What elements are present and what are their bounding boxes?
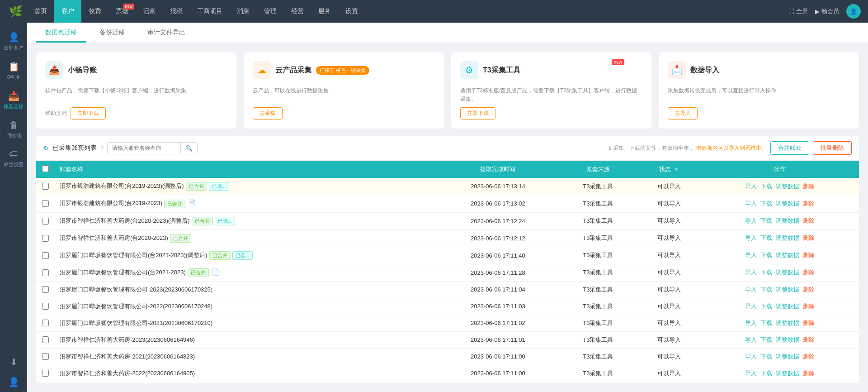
action-删除[interactable]: 删除 (803, 353, 815, 360)
nav-item-tax[interactable]: 报税 (163, 0, 190, 23)
action-调整数据[interactable]: 调整数据 (776, 183, 799, 190)
action-下载[interactable]: 下载 (760, 320, 772, 326)
action-下载[interactable]: 下载 (760, 286, 772, 293)
row-checkbox[interactable] (42, 286, 49, 293)
action-导入[interactable]: 导入 (745, 200, 757, 207)
help-doc-link[interactable]: 帮助文档 (45, 110, 67, 117)
action-导入[interactable]: 导入 (745, 252, 757, 258)
action-下载[interactable]: 下载 (760, 234, 772, 241)
row-checkbox[interactable] (42, 218, 49, 225)
action-导入[interactable]: 导入 (745, 183, 757, 190)
sidebar-item-download[interactable]: ⬇ (6, 352, 21, 372)
row-checkbox[interactable] (42, 252, 49, 259)
action-导入[interactable]: 导入 (745, 303, 757, 310)
sidebar-item-recycle[interactable]: 🗑 回收站 (0, 115, 27, 143)
action-删除[interactable]: 删除 (803, 252, 815, 258)
action-导入[interactable]: 导入 (745, 269, 757, 276)
nav-item-settings[interactable]: 设置 (338, 0, 365, 23)
search-button[interactable]: 🔍 (180, 143, 197, 154)
action-调整数据[interactable]: 调整数据 (776, 200, 799, 207)
action-下载[interactable]: 下载 (760, 252, 772, 258)
action-导入[interactable]: 导入 (745, 336, 757, 343)
nav-item-home[interactable]: 首页 (27, 0, 54, 23)
row-checkbox[interactable] (42, 320, 49, 326)
row-checkbox[interactable] (42, 200, 49, 207)
action-删除[interactable]: 删除 (803, 320, 815, 326)
nav-item-client[interactable]: 客户 (54, 0, 81, 23)
action-导入[interactable]: 导入 (745, 286, 757, 293)
download-button[interactable]: 立即下载 (71, 107, 106, 120)
refresh-icon[interactable]: ↻ (43, 144, 49, 152)
action-下载[interactable]: 下载 (760, 303, 772, 310)
row-checkbox[interactable] (42, 235, 49, 242)
action-调整数据[interactable]: 调整数据 (776, 320, 799, 326)
action-删除[interactable]: 删除 (803, 183, 815, 190)
user-avatar[interactable]: 👤 (846, 4, 861, 19)
action-下载[interactable]: 下载 (760, 200, 772, 207)
action-删除[interactable]: 删除 (803, 217, 815, 224)
member-button[interactable]: ▶ 畅会员 (815, 7, 839, 15)
action-调整数据[interactable]: 调整数据 (776, 353, 799, 360)
nav-item-business[interactable]: 工商项目 (190, 0, 230, 23)
action-下载[interactable]: 下载 (760, 370, 772, 377)
nav-item-manage[interactable]: 管理 (257, 0, 284, 23)
fullscreen-button[interactable]: ⛶ 全屏 (788, 7, 808, 15)
row-checkbox[interactable] (42, 370, 49, 377)
action-调整数据[interactable]: 调整数据 (776, 217, 799, 224)
download-t3-button[interactable]: 立即下载 (460, 107, 495, 120)
nav-item-bookkeeping[interactable]: 记账 (136, 0, 163, 23)
tab-backup-migration[interactable]: 备份迁移 (90, 24, 134, 43)
sidebar-item-tag-settings[interactable]: 🏷 标签设置 (0, 144, 27, 172)
sidebar-item-account[interactable]: 👤 (6, 372, 21, 392)
action-下载[interactable]: 下载 (760, 269, 772, 276)
action-调整数据[interactable]: 调整数据 (776, 286, 799, 293)
batch-delete-button[interactable]: 批量删除 (813, 141, 852, 155)
action-删除[interactable]: 删除 (803, 336, 815, 343)
nav-item-fee[interactable]: 收费 (81, 0, 108, 23)
nav-item-service[interactable]: 服务 (311, 0, 338, 23)
action-删除[interactable]: 删除 (803, 269, 815, 276)
action-导入[interactable]: 导入 (745, 217, 757, 224)
action-下载[interactable]: 下载 (760, 183, 772, 190)
sidebar-item-zero-declare[interactable]: 📋 0申报 (0, 57, 27, 85)
nav-item-invoice[interactable]: 票据new (108, 0, 136, 23)
sort-icon[interactable]: ▼ (674, 167, 679, 172)
row-checkbox[interactable] (42, 269, 49, 276)
action-调整数据[interactable]: 调整数据 (776, 303, 799, 310)
action-调整数据[interactable]: 调整数据 (776, 269, 799, 276)
action-删除[interactable]: 删除 (803, 303, 815, 310)
row-checkbox[interactable] (42, 183, 49, 190)
action-删除[interactable]: 删除 (803, 234, 815, 241)
action-调整数据[interactable]: 调整数据 (776, 234, 799, 241)
help-icon[interactable]: ? (100, 145, 104, 152)
row-checkbox[interactable] (42, 336, 49, 343)
action-调整数据[interactable]: 调整数据 (776, 370, 799, 377)
nav-item-operation[interactable]: 经营 (284, 0, 311, 23)
toolbar-left: ↻ 已采集账套列表 ? 🔍 (43, 142, 605, 154)
tab-audit-export[interactable]: 审计文件导出 (138, 24, 194, 43)
tab-data-migration[interactable]: 数据包迁移 (36, 24, 86, 43)
nav-item-message[interactable]: 消息 (230, 0, 257, 23)
sidebar-item-account-migration[interactable]: 📥 账套迁移 (0, 86, 27, 115)
import-button[interactable]: 去导入 (668, 107, 698, 120)
action-下载[interactable]: 下载 (760, 336, 772, 343)
action-导入[interactable]: 导入 (745, 370, 757, 377)
action-导入[interactable]: 导入 (745, 353, 757, 360)
checkbox-header[interactable] (36, 161, 54, 178)
action-导入[interactable]: 导入 (745, 234, 757, 241)
action-删除[interactable]: 删除 (803, 370, 815, 377)
action-调整数据[interactable]: 调整数据 (776, 336, 799, 343)
merge-button[interactable]: 合并账套 (770, 141, 809, 155)
action-删除[interactable]: 删除 (803, 200, 815, 207)
collect-button[interactable]: 去采集 (253, 107, 283, 120)
row-checkbox[interactable] (42, 303, 49, 310)
action-调整数据[interactable]: 调整数据 (776, 252, 799, 258)
search-input[interactable] (108, 143, 180, 153)
row-checkbox[interactable] (42, 353, 49, 360)
action-删除[interactable]: 删除 (803, 286, 815, 293)
action-下载[interactable]: 下载 (760, 217, 772, 224)
action-导入[interactable]: 导入 (745, 320, 757, 326)
action-下载[interactable]: 下载 (760, 353, 772, 360)
select-all-checkbox[interactable] (42, 165, 49, 172)
sidebar-item-all-clients[interactable]: 👤 全部客户 (0, 27, 27, 56)
